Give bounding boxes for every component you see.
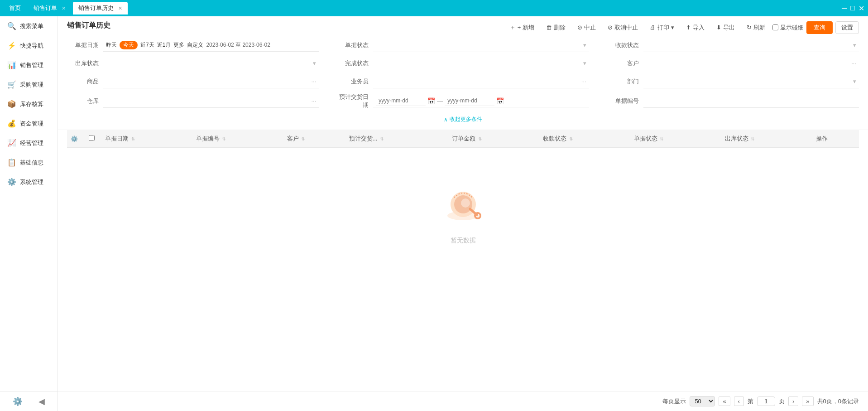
- sidebar-item-sales[interactable]: 📊 销售管理: [0, 55, 58, 75]
- th-bill-date[interactable]: 单据日期 ⇅: [101, 130, 192, 148]
- date-more[interactable]: 更多: [173, 41, 184, 49]
- date-range-text: 2023-06-02 至 2023-06-02: [206, 41, 270, 49]
- display-columns-checkbox[interactable]: [772, 24, 778, 30]
- print-arrow-icon: ▾: [671, 24, 674, 31]
- bill-number-filter[interactable]: [643, 94, 859, 108]
- sidebar-item-search[interactable]: 🔍 搜索菜单: [0, 16, 58, 36]
- bill-status-filter[interactable]: ▾: [373, 39, 589, 52]
- prev-page-button[interactable]: ‹: [734, 396, 744, 406]
- tab-sales-history-close[interactable]: ✕: [118, 5, 122, 11]
- th-delivery-date[interactable]: 预计交货... ⇅: [345, 130, 449, 148]
- sidebar: 🔍 搜索菜单 ⚡ 快捷导航 📊 销售管理 🛒 采购管理 📦 库存核算 💰 资金管…: [0, 16, 58, 411]
- delivery-date-to[interactable]: [445, 96, 494, 106]
- th-receipt-status[interactable]: 收款状态 ⇅: [539, 130, 630, 148]
- collapse-btn[interactable]: ∧ 收起更多条件: [67, 114, 859, 125]
- page-number-input[interactable]: [757, 396, 775, 406]
- th-customer-label: 客户: [287, 135, 299, 142]
- th-stock-out-label: 出库状态: [725, 135, 748, 142]
- basicinfo-icon: 📋: [7, 158, 16, 167]
- th-customer[interactable]: 客户 ⇅: [283, 130, 345, 148]
- stop-button[interactable]: ⊘ 中止: [573, 22, 600, 34]
- th-order-amount[interactable]: 订单金额 ⇅: [448, 130, 539, 148]
- sidebar-search-label: 搜索菜单: [20, 22, 43, 30]
- tab-home[interactable]: 首页: [4, 2, 26, 15]
- warehouse-label: 仓库: [67, 97, 103, 105]
- delivery-date-from[interactable]: [376, 96, 426, 106]
- customer-filter[interactable]: ···: [643, 57, 859, 70]
- th-bill-status[interactable]: 单据状态 ⇅: [630, 130, 721, 148]
- sidebar-sales-label: 销售管理: [20, 61, 43, 69]
- page-size-select[interactable]: 10 20 50 100: [690, 396, 715, 406]
- cancel-stop-button[interactable]: ⊘ 取消中止: [603, 22, 643, 34]
- salesperson-filter[interactable]: ···: [373, 75, 589, 88]
- goods-filter[interactable]: ···: [103, 75, 319, 88]
- main-layout: 🔍 搜索菜单 ⚡ 快捷导航 📊 销售管理 🛒 采购管理 📦 库存核算 💰 资金管…: [0, 16, 868, 411]
- filter-row-2: 出库状态 ▾ 完成状态 ▾ 客户 ···: [67, 57, 859, 70]
- export-icon: ⬇: [716, 24, 721, 31]
- delete-button[interactable]: 🗑 删除: [542, 22, 570, 34]
- warehouse-filter[interactable]: ···: [103, 94, 319, 108]
- goods-label: 商品: [67, 77, 103, 86]
- total-info: 共0页，0条记录: [817, 397, 859, 406]
- th-bill-number[interactable]: 单据编号 ⇅: [192, 130, 283, 148]
- empty-icon: [441, 184, 486, 229]
- sort-customer-icon: ⇅: [301, 136, 305, 141]
- new-button[interactable]: ＋ + 新增: [505, 22, 539, 34]
- tab-sales-order[interactable]: 销售订单 ✕: [28, 2, 71, 15]
- window-controls: ─ □ ✕: [842, 4, 864, 13]
- sidebar-collapse-icon[interactable]: ◀: [38, 396, 45, 406]
- goto-word: 第: [748, 397, 753, 406]
- complete-status-filter[interactable]: ▾: [373, 57, 589, 70]
- query-button[interactable]: 查询: [806, 21, 833, 34]
- date-7days[interactable]: 近7天: [140, 41, 154, 49]
- date-today[interactable]: 今天: [120, 41, 138, 49]
- th-operations: 操作: [812, 130, 859, 148]
- sidebar-item-inventory[interactable]: 📦 库存核算: [0, 94, 58, 114]
- settings-button[interactable]: 设置: [835, 21, 859, 34]
- date-1month[interactable]: 近1月: [157, 41, 171, 49]
- sidebar-item-purchase[interactable]: 🛒 采购管理: [0, 75, 58, 94]
- import-button[interactable]: ⬆ 导入: [681, 22, 709, 34]
- date-yesterday[interactable]: 昨天: [106, 41, 117, 49]
- sidebar-settings-icon[interactable]: ⚙️: [13, 396, 23, 406]
- receipt-status-filter[interactable]: ▾: [643, 39, 859, 52]
- select-all-checkbox[interactable]: [89, 135, 95, 141]
- date-custom[interactable]: 自定义: [187, 41, 203, 49]
- sort-delivery-icon: ⇅: [380, 136, 384, 141]
- top-tabbar: 首页 销售订单 ✕ 销售订单历史 ✕ ─ □ ✕: [0, 0, 868, 16]
- th-stock-out-status[interactable]: 出库状态 ⇅: [721, 130, 812, 148]
- sidebar-item-basicinfo[interactable]: 📋 基础信息: [0, 153, 58, 172]
- pagination-bar: 每页显示 10 20 50 100 « ‹ 第 页 › » 共0页，0条记录: [58, 391, 868, 411]
- close-window-icon[interactable]: ✕: [858, 4, 864, 13]
- sidebar-item-system[interactable]: ⚙️ 系统管理: [0, 172, 58, 192]
- filter-row-3: 商品 ··· 业务员 ··· 部门 ▾: [67, 75, 859, 88]
- sidebar-system-label: 系统管理: [20, 178, 43, 186]
- sidebar-item-quicknav[interactable]: ⚡ 快捷导航: [0, 36, 58, 55]
- refresh-button[interactable]: ↻ 刷新: [742, 22, 770, 34]
- first-page-button[interactable]: «: [719, 396, 730, 406]
- th-checkbox[interactable]: [85, 130, 101, 148]
- dept-filter[interactable]: ▾: [643, 75, 859, 88]
- dept-label: 部门: [607, 77, 643, 86]
- sidebar-purchase-label: 采购管理: [20, 81, 43, 89]
- th-settings[interactable]: ⚙️: [67, 130, 85, 148]
- next-page-button[interactable]: ›: [788, 396, 798, 406]
- maximize-icon[interactable]: □: [850, 4, 855, 12]
- print-button[interactable]: 🖨 打印 ▾: [645, 22, 679, 34]
- complete-status-label: 完成状态: [337, 59, 373, 68]
- tab-sales-order-close[interactable]: ✕: [62, 5, 66, 11]
- sidebar-basicinfo-label: 基础信息: [20, 159, 43, 167]
- sidebar-item-finance[interactable]: 💰 资金管理: [0, 114, 58, 133]
- import-icon: ⬆: [686, 24, 691, 31]
- calendar-from-icon[interactable]: 📅: [427, 97, 435, 105]
- tab-sales-history[interactable]: 销售订单历史 ✕: [73, 2, 128, 15]
- display-columns-checkbox-label[interactable]: 显示碰细: [772, 24, 804, 32]
- stock-out-filter[interactable]: ▾: [103, 57, 319, 70]
- sidebar-item-operations[interactable]: 📈 经营管理: [0, 133, 58, 153]
- minimize-icon[interactable]: ─: [842, 4, 847, 12]
- system-icon: ⚙️: [7, 178, 16, 186]
- last-page-button[interactable]: »: [802, 396, 813, 406]
- calendar-to-icon[interactable]: 📅: [496, 97, 504, 105]
- page-title: 销售订单历史: [67, 21, 110, 30]
- export-button[interactable]: ⬇ 导出: [712, 22, 739, 34]
